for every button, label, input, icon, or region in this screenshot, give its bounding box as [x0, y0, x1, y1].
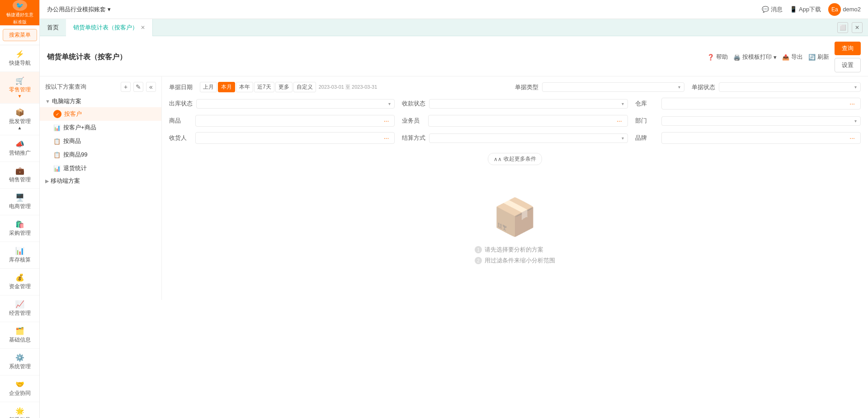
filter-warehouse: 仓库 ··· [635, 98, 861, 109]
sidebar-item-wholesale[interactable]: 📦 批发管理 ▲ [0, 104, 40, 135]
sidebar-item-quicknav[interactable]: ⚡ 快捷导航 [0, 45, 40, 72]
dept-arrow-icon: ▾ [854, 119, 857, 124]
collapse-row: ∧∧ 收起更多条件 [169, 149, 861, 169]
date-btn-custom[interactable]: 自定义 [293, 82, 316, 92]
settlement-select[interactable]: ▾ [429, 133, 627, 143]
help-button[interactable]: ❓ 帮助 [707, 53, 728, 61]
empty-hint-1: 1 请先选择要分析的方案 [475, 246, 555, 254]
filter-out-status: 出库状态 ▾ [169, 99, 395, 109]
receiver-select[interactable]: ··· [195, 132, 395, 144]
order-type-select[interactable]: ▾ [542, 82, 684, 92]
tab-sales-stats[interactable]: 销货单统计表（按客户） ✕ [66, 19, 153, 36]
out-status-select[interactable]: ▾ [196, 99, 395, 109]
app-download-button[interactable]: 📱 App下载 [790, 5, 821, 14]
sidebar-item-retail[interactable]: 🛒 零售管理 ▼ [0, 72, 40, 104]
collapse-button[interactable]: ∧∧ 收起更多条件 [488, 153, 542, 165]
goods-dots-icon[interactable]: ··· [382, 117, 391, 124]
tab-restore-button[interactable]: ⬜ [837, 22, 848, 33]
brand-dots-icon[interactable]: ··· [848, 134, 857, 142]
newguide-icon: 🌟 [15, 407, 24, 415]
message-button[interactable]: 💬 消息 [762, 5, 783, 14]
page-header: 销货单统计表（按客户） ❓ 帮助 🖨️ 按模板打印 ▾ 📤 导出 [40, 36, 868, 76]
salesperson-select[interactable]: ··· [428, 115, 627, 127]
receiver-label: 收货人 [169, 134, 192, 142]
tab-close-all-button[interactable]: ✕ [852, 22, 863, 33]
sidebar-item-operations[interactable]: 📈 经营管理 [0, 295, 40, 322]
scheme-item-customer-goods[interactable]: 📊 按客户+商品 [40, 121, 161, 134]
dept-select[interactable]: ▾ [661, 116, 861, 126]
scheme-item-bar-icon: 📊 [53, 165, 61, 172]
date-btn-this-month[interactable]: 本月 [218, 82, 235, 92]
receiver-dots-icon[interactable]: ··· [382, 134, 391, 142]
refresh-button[interactable]: 🔄 刷新 [808, 53, 829, 61]
sidebar-item-basic[interactable]: 🗂️ 基础信息 [0, 322, 40, 349]
settings-button[interactable]: 设置 [835, 58, 861, 72]
search-menu-button[interactable]: 搜索菜单 [3, 29, 37, 41]
scheme-group-desktop-label: 电脑端方案 [52, 97, 81, 105]
account-dropdown[interactable]: 办公用品行业模拟账套 ▾ [47, 5, 111, 14]
brand-select[interactable]: ··· [661, 132, 861, 144]
date-btn-more[interactable]: 更多 [275, 82, 292, 92]
scheme-group-desktop-header[interactable]: ▼ 电脑端方案 [40, 95, 161, 107]
scheme-add-button[interactable]: + [121, 82, 131, 92]
message-icon: 💬 [762, 6, 769, 13]
appdownload-icon: 📱 [790, 6, 797, 13]
sidebar-item-purchase[interactable]: 🛍️ 采购管理 [0, 215, 40, 242]
date-btn-last-month[interactable]: 上月 [200, 82, 217, 92]
schemes-actions: + ✎ « [121, 82, 156, 92]
salesperson-dots-icon[interactable]: ··· [615, 117, 624, 124]
wholesale-arrow-icon: ▲ [18, 125, 22, 130]
date-btn-this-year[interactable]: 本年 [236, 82, 253, 92]
scheme-item-customer[interactable]: ✓ 按客户 [40, 107, 161, 121]
date-btn-7days[interactable]: 近7天 [254, 82, 274, 92]
operations-icon: 📈 [15, 300, 24, 309]
hint-num-1: 1 [475, 246, 482, 253]
scheme-edit-button[interactable]: ✎ [133, 82, 143, 92]
export-button[interactable]: 📤 导出 [782, 53, 803, 61]
scheme-item-goods99[interactable]: 📋 按商品99 [40, 148, 161, 162]
order-state-select[interactable]: ▾ [719, 82, 861, 92]
warehouse-select[interactable]: ··· [661, 98, 861, 109]
receipt-status-arrow-icon: ▾ [622, 101, 624, 106]
scheme-item-goods[interactable]: 📋 按商品 [40, 134, 161, 148]
newguide-label: 新手引导 [9, 416, 31, 418]
order-state-arrow-icon: ▾ [854, 85, 857, 90]
sidebar-item-sales[interactable]: 💼 销售管理 [0, 162, 40, 189]
basic-label: 基础信息 [9, 336, 31, 344]
refresh-icon: 🔄 [808, 54, 816, 61]
brand-label: 品牌 [635, 134, 658, 142]
sidebar-item-collab[interactable]: 🤝 企业协同 [0, 375, 40, 402]
sidebar-item-system[interactable]: ⚙️ 系统管理 [0, 349, 40, 375]
receipt-status-label: 收款状态 [402, 100, 425, 108]
order-type-label: 单据类型 [515, 83, 538, 91]
receipt-status-select[interactable]: ▾ [429, 99, 627, 109]
page-actions: ❓ 帮助 🖨️ 按模板打印 ▾ 📤 导出 🔄 刷新 [707, 42, 861, 72]
tab-close-icon[interactable]: ✕ [141, 24, 145, 31]
scheme-item-returns[interactable]: 📊 退货统计 [40, 162, 161, 175]
scheme-group-mobile-header[interactable]: ▶ 移动端方案 [40, 175, 161, 187]
sidebar-item-finance[interactable]: 💰 资金管理 [0, 269, 40, 295]
sidebar-item-inventory[interactable]: 📊 库存核算 [0, 242, 40, 269]
wholesale-icon: 📦 [15, 108, 24, 117]
filter-row-3: 商品 ··· 业务员 ··· [169, 115, 861, 127]
sidebar-item-ecommerce[interactable]: 🖥️ 电商管理 [0, 189, 40, 215]
retail-label: 零售管理 [9, 86, 31, 94]
date-label: 单据日期 [169, 83, 193, 91]
wholesale-label: 批发管理 [9, 118, 31, 125]
print-button[interactable]: 🖨️ 按模板打印 ▾ [733, 53, 777, 61]
quicknav-icon: ⚡ [15, 50, 24, 58]
scheme-group-desktop: ▼ 电脑端方案 ✓ 按客户 📊 按客户+商品 📋 [40, 95, 161, 175]
query-button[interactable]: 查询 [835, 42, 861, 55]
sidebar-item-newguide[interactable]: 🌟 新手引导 [0, 402, 40, 418]
order-type-arrow-icon: ▾ [678, 85, 680, 90]
collab-label: 企业协同 [9, 390, 31, 397]
warehouse-dots-icon[interactable]: ··· [848, 100, 857, 107]
help-label: 帮助 [716, 53, 728, 61]
goods-select[interactable]: ··· [195, 115, 395, 127]
user-menu[interactable]: Ea demo2 [828, 3, 861, 16]
query-settings-btns: 查询 设置 [835, 42, 861, 72]
goods-label: 商品 [169, 117, 192, 125]
scheme-collapse-button[interactable]: « [146, 82, 156, 92]
sidebar-item-marketing[interactable]: 📣 营销推广 [0, 135, 40, 162]
tab-home[interactable]: 首页 [40, 19, 66, 36]
